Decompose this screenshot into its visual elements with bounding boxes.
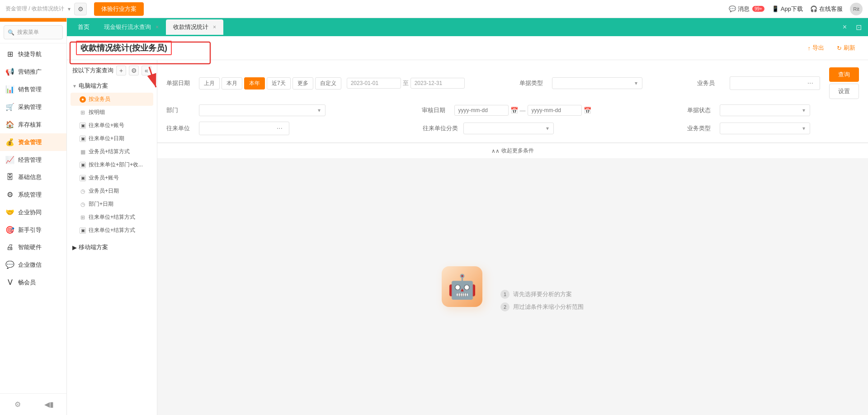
scheme-item-partner-date[interactable]: ▣ 往来单位+日期 xyxy=(71,132,153,145)
refresh-button[interactable]: ↻ 刷新 xyxy=(833,42,859,54)
date-btn-more[interactable]: 更多 xyxy=(292,77,313,90)
sidebar-item-finance[interactable]: 💰 资金管理 xyxy=(0,133,66,151)
add-scheme-button[interactable]: + xyxy=(116,66,126,75)
scheme-item-staff-settle[interactable]: ▦ 业务员+结算方式 xyxy=(71,145,153,158)
maximize-window-button[interactable]: ⊡ xyxy=(853,22,864,33)
dept-select[interactable]: ▾ xyxy=(199,104,326,116)
staff-select[interactable]: ··· xyxy=(730,76,820,90)
sidebar-item-member[interactable]: Ⅴ 畅会员 xyxy=(0,274,66,291)
doc-type-select[interactable]: ▾ xyxy=(552,77,642,89)
partner-classify-chevron: ▾ xyxy=(546,125,549,132)
audit-to-input[interactable] xyxy=(528,105,582,116)
home-tab-label: 首页 xyxy=(78,23,90,31)
partner-classify-select[interactable]: ▾ xyxy=(463,123,554,134)
desktop-group-toggle[interactable]: ▼ 电脑端方案 xyxy=(71,79,153,93)
sidebar: 畅 畅捷通好生意 标准版 🔍 搜索菜单 ⊞ 快捷导航 📢 营销推广 📊 销售管理… xyxy=(0,0,67,415)
date-from-input[interactable] xyxy=(347,78,401,89)
settings-scheme-button[interactable]: ⚙ xyxy=(129,66,139,75)
partner-select[interactable]: ··· xyxy=(199,122,289,135)
tab-bar: 首页 现金银行流水查询 × 收款情况统计 × × ⊡ xyxy=(67,18,868,36)
sidebar-item-hardware[interactable]: 🖨 智能硬件 xyxy=(0,239,66,256)
header-right-actions: 💬 消息 99+ 📱 App下载 🎧 在线客服 Rit xyxy=(729,3,863,15)
partner-dots-button[interactable]: ··· xyxy=(275,124,284,132)
collapse-sidebar-button[interactable]: ◀▮ xyxy=(35,397,63,411)
active-scheme-dot: ● xyxy=(80,96,86,103)
sidebar-item-newbie[interactable]: 🎯 新手引导 xyxy=(0,221,66,239)
scheme-item-partner-dept[interactable]: ▣ 按往来单位+部门+收... xyxy=(71,158,153,171)
date-btn-this-month[interactable]: 本月 xyxy=(222,77,242,90)
settings-footer-button[interactable]: ⚙ xyxy=(4,397,32,411)
query-button[interactable]: 查询 xyxy=(829,67,859,82)
bank-flow-tab-close[interactable]: × xyxy=(156,24,159,30)
cooperation-icon: 🤝 xyxy=(5,208,14,217)
home-icon: ⊞ xyxy=(5,50,14,58)
search-menu-button[interactable]: 🔍 搜索菜单 xyxy=(4,25,63,39)
export-button[interactable]: ↑ 导出 xyxy=(804,42,828,54)
scheme-bar-icon: ▦ xyxy=(80,149,86,155)
tab-home[interactable]: 首页 xyxy=(71,19,97,35)
date-to-input[interactable] xyxy=(410,78,465,89)
right-area: 单据日期 上月 本月 本年 近7天 更多 自定义 至 xyxy=(157,60,868,415)
filter-area: 单据日期 上月 本月 本年 近7天 更多 自定义 至 xyxy=(157,60,868,143)
scheme-sq-icon2: ▣ xyxy=(80,136,86,142)
finance-icon: 💰 xyxy=(5,138,14,146)
main-area: 首页 现金银行流水查询 × 收款情况统计 × × ⊡ 收款情况统计(按业务员) … xyxy=(67,18,868,415)
receipt-stats-tab-close[interactable]: × xyxy=(213,24,216,30)
scheme-item-partner-account[interactable]: ▣ 往来单位+账号 xyxy=(71,119,153,132)
operations-icon: 📈 xyxy=(5,156,14,164)
purchase-icon: 🛒 xyxy=(5,103,14,111)
date-btn-custom[interactable]: 自定义 xyxy=(315,77,341,90)
scheme-grid-icon: ⊞ xyxy=(80,109,86,116)
audit-date-label: 审核日期 xyxy=(422,106,449,114)
message-button[interactable]: 💬 消息 99+ xyxy=(729,5,764,13)
scheme-sq-icon3: ▣ xyxy=(80,162,86,168)
doc-status-select[interactable]: ▾ xyxy=(720,104,810,116)
tab-bar-right: × ⊡ xyxy=(840,22,864,33)
sidebar-item-system[interactable]: ⚙ 系统管理 xyxy=(0,186,66,203)
filter-row-2: 部门 ▾ 审核日期 📅 — 📅 xyxy=(166,104,859,116)
sidebar-item-basicinfo[interactable]: 🗄 基础信息 xyxy=(0,169,66,186)
sidebar-item-wechat[interactable]: 💬 企业微信 xyxy=(0,256,66,274)
date-btn-last-month[interactable]: 上月 xyxy=(199,77,220,90)
app-download-button[interactable]: 📱 App下载 xyxy=(772,5,803,13)
staff-dots-button[interactable]: ··· xyxy=(806,79,815,87)
wechat-icon: 💬 xyxy=(5,260,14,269)
sidebar-item-inventory[interactable]: 🏠 库存核算 xyxy=(0,116,66,133)
group-arrow-icon: ▼ xyxy=(72,84,77,89)
audit-from-input[interactable] xyxy=(454,105,509,116)
sidebar-item-quicknav[interactable]: ⊞ 快捷导航 xyxy=(0,45,66,63)
scheme-item-staff-date[interactable]: ◷ 业务员+日期 xyxy=(71,184,153,198)
cal-icon-from[interactable]: 📅 xyxy=(510,107,518,114)
sidebar-item-purchase[interactable]: 🛒 采购管理 xyxy=(0,98,66,116)
cal-icon-to[interactable]: 📅 xyxy=(584,107,591,114)
collapse-scheme-button[interactable]: « xyxy=(142,66,151,75)
mobile-group-toggle[interactable]: ▶ 移动端方案 xyxy=(71,241,153,254)
trial-button[interactable]: 体验行业方案 xyxy=(94,2,144,16)
user-avatar[interactable]: Rit xyxy=(850,3,863,15)
sidebar-item-cooperation[interactable]: 🤝 企业协同 xyxy=(0,203,66,221)
doc-type-label: 单据类型 xyxy=(519,79,547,87)
filter-settings-button[interactable]: 设置 xyxy=(829,84,859,99)
date-btn-7days[interactable]: 近7天 xyxy=(267,77,291,90)
scheme-item-partner-settle2[interactable]: ▣ 往来单位+结算方式 xyxy=(71,224,153,237)
content-wrapper: 按以下方案查询 + ⚙ « ▼ 电脑端方案 ● 按业务员 xyxy=(67,60,868,415)
sidebar-item-operations[interactable]: 📈 经营管理 xyxy=(0,151,66,169)
scheme-item-by-staff[interactable]: ● 按业务员 xyxy=(71,93,153,106)
page-title: 收款情况统计(按业务员) xyxy=(76,41,172,55)
gear-button[interactable]: ⚙ xyxy=(74,3,87,15)
tab-receipt-stats[interactable]: 收款情况统计 × xyxy=(166,19,223,35)
collapse-filters-button[interactable]: ∧∧ 收起更多条件 xyxy=(157,143,868,158)
date-btn-this-year[interactable]: 本年 xyxy=(244,77,265,90)
close-window-button[interactable]: × xyxy=(840,22,849,32)
scheme-item-by-detail[interactable]: ⊞ 按明细 xyxy=(71,106,153,119)
scheme-item-staff-account[interactable]: ▣ 业务员+账号 xyxy=(71,171,153,184)
biz-type-select[interactable]: ▾ xyxy=(720,123,810,134)
chevron-down-icon[interactable]: ▾ xyxy=(68,6,71,12)
sidebar-item-marketing[interactable]: 📢 营销推广 xyxy=(0,63,66,80)
online-service-button[interactable]: 🎧 在线客服 xyxy=(810,5,843,13)
megaphone-icon: 📢 xyxy=(5,67,14,76)
scheme-item-partner-settle1[interactable]: ⊞ 往来单位+结算方式 xyxy=(71,211,153,224)
scheme-item-dept-date[interactable]: ◷ 部门+日期 xyxy=(71,198,153,211)
sidebar-item-sales[interactable]: 📊 销售管理 xyxy=(0,80,66,98)
tab-bank-flow[interactable]: 现金银行流水查询 × xyxy=(97,19,166,35)
